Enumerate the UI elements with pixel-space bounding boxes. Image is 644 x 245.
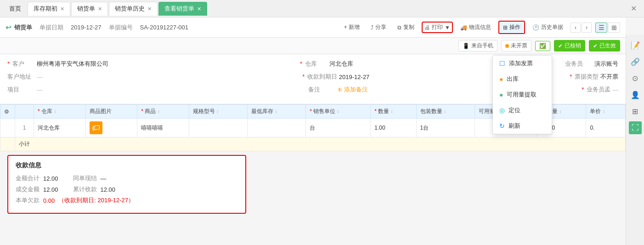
tab-view-sales[interactable]: 查看销货单 ✕ [158, 2, 207, 16]
payment-row-3: 本单欠款 0.00 （收款到期日: 2019-12-27） [16, 196, 238, 205]
dropdown-out-warehouse[interactable]: ● 出库 [493, 71, 552, 87]
sidebar-note-icon[interactable]: 📝 [629, 39, 642, 51]
doc-title-text: 销货单 [14, 23, 32, 32]
row-price: 0. [586, 119, 626, 137]
add-note-button[interactable]: ⊕ 添加备注 [338, 85, 368, 94]
payment-box: 收款信息 金额合计 12.00 同单现结 — 成交金额 12.00 累计收款 [7, 155, 246, 214]
check-effect-icon: ✔ [593, 43, 598, 49]
row-package-qty: 1台 [416, 119, 475, 137]
from-mobile-label: 来自手机 [471, 42, 493, 50]
main-container: ↩ 销货单 单据日期 2019-12-27 单据编号 SA-20191227-0… [0, 17, 644, 245]
print-icon: 🖨 [424, 24, 430, 31]
col-package-qty: 包装数量 ↕ [416, 105, 475, 119]
window-close-button[interactable]: ✕ [627, 4, 640, 13]
col-settings[interactable]: ⚙ [0, 105, 15, 119]
nav-next[interactable]: › [582, 23, 592, 33]
payment-row-2: 成交金额 12.00 累计收款 12.00 [16, 185, 238, 194]
staff2-label: 业务员孟 [587, 86, 610, 93]
not-open-label: 未开票 [511, 42, 527, 50]
nav-prev[interactable]: ‹ [571, 23, 581, 33]
tab-home[interactable]: 首页 [4, 2, 27, 16]
history-button[interactable]: 🕐 历史单据 [529, 22, 567, 33]
take-effect-button[interactable]: ✔ 已生效 [589, 40, 620, 51]
project-field: 项目 — [7, 85, 281, 94]
sidebar-expand-icon[interactable]: ⛶ [629, 121, 642, 134]
tab-inventory-close[interactable]: ✕ [60, 6, 64, 12]
share-button[interactable]: ⤴ 分享 [367, 22, 390, 33]
tab-sales-history-close[interactable]: ✕ [147, 6, 152, 12]
date-value: 2019-12-27 [71, 24, 102, 31]
operation-label: 操作 [509, 23, 520, 31]
not-open-button[interactable]: 未开票 [501, 40, 531, 51]
arrears-label: 本单欠款 [16, 196, 40, 205]
right-sidebar: 📝 🔗 ⊙ 👤 ⊞ ⛶ [626, 35, 644, 245]
address-field: 客户地址 — [7, 73, 275, 81]
check-icon-button[interactable]: ✅ [535, 41, 550, 51]
deal-amount-value: 12.00 [43, 186, 58, 193]
dropdown-available-pickup[interactable]: ● 可用量提取 [493, 87, 552, 103]
share-label: 分享 [375, 23, 386, 31]
print-label: 打印 [432, 23, 443, 31]
grid-view-button[interactable]: ⊞ [608, 23, 620, 33]
sidebar-link-icon[interactable]: 🔗 [629, 55, 642, 68]
check-icon: ✅ [539, 43, 546, 49]
copy-icon: ⧉ [397, 24, 401, 31]
staff2-field: * 业务员孟 — [582, 85, 618, 94]
row-warehouse: 河北仓库 [34, 119, 86, 137]
new-button[interactable]: + 新增 [340, 22, 363, 33]
tab-sales[interactable]: 销货单 ✕ [71, 2, 108, 16]
tab-inventory[interactable]: 库存期初 ✕ [28, 2, 70, 16]
dropdown-add-invoice[interactable]: ☐ 添加发票 [493, 56, 552, 71]
arrears-value: 0.00 [43, 197, 55, 204]
total-amount-value: 12.00 [43, 175, 58, 182]
cancel-sale-label: 已核销 [565, 42, 581, 50]
row-image: 🏷 [85, 119, 137, 137]
col-quantity: * 数量 ↕ [371, 105, 416, 119]
customer-value: 柳州粤港平安气体有限公司 [37, 60, 108, 68]
staff2-value: — [612, 86, 618, 93]
print-button[interactable]: 🖨 打印 ▼ [422, 22, 453, 33]
subtotal-row: 小计 [0, 137, 626, 151]
customer-label: 客户 [12, 60, 24, 67]
cumulative-value: 12.00 [101, 186, 116, 193]
tab-sales-history[interactable]: 销货单历史 ✕ [109, 2, 158, 16]
sidebar-user-icon[interactable]: 👤 [629, 88, 642, 101]
new-label: + 新增 [344, 23, 360, 31]
row-min-stock [248, 119, 306, 137]
dropdown-refresh[interactable]: ↻ 刷新 [493, 118, 552, 134]
doc-title: ↩ 销货单 [6, 23, 32, 32]
list-view-button[interactable]: ☰ [595, 23, 607, 33]
sidebar-chat-icon[interactable]: ⊙ [629, 72, 642, 85]
col-image: 商品图片 [85, 105, 137, 119]
tab-bar: 首页 库存期初 ✕ 销货单 ✕ 销货单历史 ✕ 查看销货单 ✕ ✕ [0, 0, 644, 17]
sidebar-table-icon[interactable]: ⊞ [629, 105, 642, 118]
not-open-dot [505, 44, 509, 48]
doc-meta: 单据日期 2019-12-27 单据编号 SA-20191227-001 [40, 23, 188, 32]
operation-icon: ⊞ [503, 24, 508, 31]
logistics-button[interactable]: 🚚 物流信息 [457, 22, 495, 33]
ticket-type-value: 不开票 [600, 73, 618, 81]
number-value: SA-20191227-001 [140, 24, 189, 31]
tab-view-sales-close[interactable]: ✕ [197, 6, 201, 12]
history-icon: 🕐 [532, 24, 539, 31]
same-order-value: — [101, 175, 107, 182]
refresh-label: 刷新 [508, 122, 520, 130]
staff-value: 演示账号 [594, 60, 618, 68]
available-pickup-icon: ● [499, 91, 503, 98]
locate-label: 定位 [508, 106, 520, 114]
staff-label: 业务员 [565, 60, 593, 68]
ticket-type-label: 票据类型 [575, 73, 599, 80]
col-spec: 规格型号 ↕ [189, 105, 248, 119]
number-label: 单据编号 [109, 23, 133, 32]
tab-sales-close[interactable]: ✕ [98, 6, 102, 12]
copy-button[interactable]: ⧉ 复制 [394, 22, 418, 33]
col-min-stock: 最低库存 ↕ [248, 105, 306, 119]
payment-date-value: 2019-12-27 [339, 74, 370, 80]
from-mobile-button[interactable]: 📱 来自手机 [458, 40, 497, 51]
operation-button[interactable]: ⊞ 操作 [498, 21, 525, 34]
subtotal-label: 小计 [15, 137, 626, 151]
dropdown-locate[interactable]: ◎ 定位 [493, 103, 552, 118]
cancel-sale-button[interactable]: ✔ 已核销 [554, 40, 585, 51]
deal-amount-item: 成交金额 12.00 [16, 185, 58, 194]
customer-field: * 客户 柳州粤港平安气体有限公司 [7, 60, 272, 68]
